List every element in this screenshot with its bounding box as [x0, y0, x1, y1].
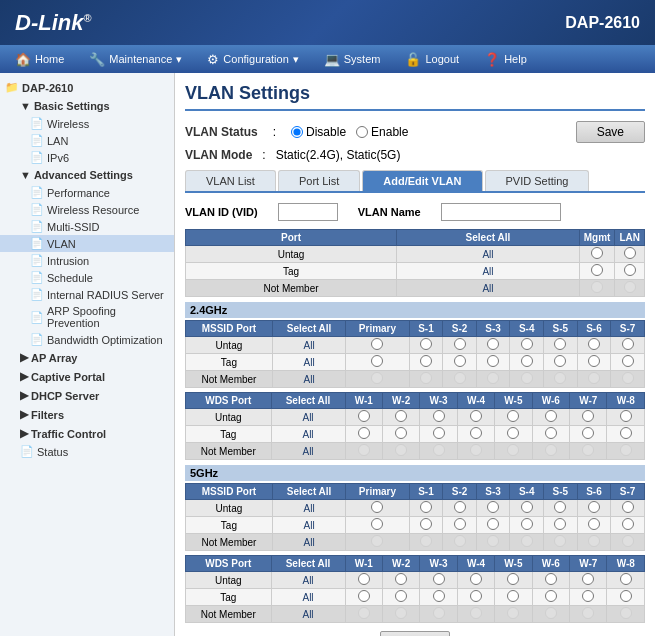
expand-icon-2: ▼ [20, 169, 31, 181]
vlan-status-row: VLAN Status : Disable Enable Save [185, 121, 645, 143]
port-notmember-all[interactable]: All [397, 280, 580, 297]
help-icon: ❓ [484, 52, 500, 67]
tab-vlan-list[interactable]: VLAN List [185, 170, 276, 191]
table-row: Not Member All [186, 371, 645, 388]
sidebar-wr-label: Wireless Resource [47, 204, 139, 216]
vlan-disable-radio[interactable]: Disable [291, 125, 346, 139]
arp-icon: 📄 [30, 311, 44, 324]
wds24-col-w3: W-3 [420, 393, 457, 409]
sidebar-advanced-settings[interactable]: ▼ Advanced Settings [0, 166, 174, 184]
port-notmember-label: Not Member [186, 280, 397, 297]
wds24-col-w7: W-7 [570, 393, 607, 409]
tab-pvid-setting[interactable]: PVID Setting [485, 170, 590, 191]
sidebar-traffic-control[interactable]: ▶ Traffic Control [0, 424, 174, 443]
sidebar-root[interactable]: 📁 DAP-2610 [0, 78, 174, 97]
mssid5-col-s1: S-1 [409, 484, 443, 500]
table-row: Untag All [186, 246, 645, 263]
vlan-enable-label: Enable [371, 125, 408, 139]
wds5-tag-label: Tag [186, 589, 272, 606]
intrusion-icon: 📄 [30, 254, 44, 267]
port-tag-lan[interactable] [615, 263, 645, 280]
vlan-id-input[interactable] [278, 203, 338, 221]
save-button-top[interactable]: Save [576, 121, 645, 143]
navbar: 🏠 Home 🔧 Maintenance ▾ ⚙ Configuration ▾… [0, 45, 655, 73]
port-col-lan: LAN [615, 230, 645, 246]
port-notmember-mgmt[interactable] [579, 280, 615, 297]
wds5-col-w4: W-4 [457, 556, 494, 572]
port-tag-all[interactable]: All [397, 263, 580, 280]
sidebar-dhcp-server[interactable]: ▶ DHCP Server [0, 386, 174, 405]
wds24-col-w4: W-4 [457, 393, 494, 409]
sidebar-item-lan[interactable]: 📄 LAN [0, 132, 174, 149]
table-row: Tag All [186, 589, 645, 606]
sidebar-item-arp[interactable]: 📄 ARP Spoofing Prevention [0, 303, 174, 331]
sidebar-item-performance[interactable]: 📄 Performance [0, 184, 174, 201]
port-notmember-lan[interactable] [615, 280, 645, 297]
nav-home[interactable]: 🏠 Home [5, 49, 74, 70]
mssid24-col-primary: Primary [346, 321, 409, 337]
port-untag-lan[interactable] [615, 246, 645, 263]
vlan-name-input[interactable] [441, 203, 561, 221]
sidebar-perf-label: Performance [47, 187, 110, 199]
vlan-enable-input[interactable] [356, 126, 368, 138]
nav-system[interactable]: 💻 System [314, 49, 391, 70]
sidebar-item-wireless[interactable]: 📄 Wireless [0, 115, 174, 132]
sidebar-item-ipv6[interactable]: 📄 IPv6 [0, 149, 174, 166]
folder-icon: 📁 [5, 81, 19, 94]
sidebar-ap-array[interactable]: ▶ AP Array [0, 348, 174, 367]
sidebar-filters[interactable]: ▶ Filters [0, 405, 174, 424]
save-button-bottom[interactable]: Save [380, 631, 449, 636]
mssid-icon: 📄 [30, 220, 44, 233]
sidebar-item-wireless-resource[interactable]: 📄 Wireless Resource [0, 201, 174, 218]
nav-configuration[interactable]: ⚙ Configuration ▾ [197, 49, 308, 70]
main-layout: 📁 DAP-2610 ▼ Basic Settings 📄 Wireless 📄… [0, 73, 655, 636]
port-untag-all[interactable]: All [397, 246, 580, 263]
wds-24-table: WDS Port Select All W-1 W-2 W-3 W-4 W-5 … [185, 392, 645, 460]
mssid-24-table: MSSID Port Select All Primary S-1 S-2 S-… [185, 320, 645, 388]
sidebar-item-schedule[interactable]: 📄 Schedule [0, 269, 174, 286]
sidebar-radius-label: Internal RADIUS Server [47, 289, 164, 301]
sidebar-item-intrusion[interactable]: 📄 Intrusion [0, 252, 174, 269]
wds5-col-w7: W-7 [570, 556, 607, 572]
sidebar-ipv6-label: IPv6 [47, 152, 69, 164]
tab-port-list[interactable]: Port List [278, 170, 360, 191]
home-icon: 🏠 [15, 52, 31, 67]
nav-maintenance[interactable]: 🔧 Maintenance ▾ [79, 49, 192, 70]
perf-icon: 📄 [30, 186, 44, 199]
mssid24-col-s7: S-7 [611, 321, 645, 337]
sidebar-item-radius[interactable]: 📄 Internal RADIUS Server [0, 286, 174, 303]
mssid5-col-s5: S-5 [544, 484, 578, 500]
wds5-col-w2: W-2 [382, 556, 419, 572]
vlan-disable-input[interactable] [291, 126, 303, 138]
port-table: Port Select All Mgmt LAN Untag All Tag [185, 229, 645, 297]
port-tag-mgmt[interactable] [579, 263, 615, 280]
sidebar-item-multi-ssid[interactable]: 📄 Multi-SSID [0, 218, 174, 235]
sidebar-ap-label: AP Array [31, 352, 77, 364]
mssid24-col-s6: S-6 [577, 321, 611, 337]
wds5-col-w6: W-6 [532, 556, 569, 572]
sidebar-basic-settings[interactable]: ▼ Basic Settings [0, 97, 174, 115]
port-untag-mgmt[interactable] [579, 246, 615, 263]
sidebar-item-status[interactable]: 📄 Status [0, 443, 174, 460]
nav-system-label: System [344, 53, 381, 65]
chevron-down-icon-2: ▾ [293, 53, 299, 66]
mssid-5-section: MSSID Port Select All Primary S-1 S-2 S-… [185, 483, 645, 551]
schedule-icon: 📄 [30, 271, 44, 284]
wds5-untag-label: Untag [186, 572, 272, 589]
nav-logout[interactable]: 🔓 Logout [395, 49, 469, 70]
chevron-down-icon: ▾ [176, 53, 182, 66]
vlan-enable-radio[interactable]: Enable [356, 125, 408, 139]
sidebar-item-vlan[interactable]: 📄 VLAN [0, 235, 174, 252]
sidebar-captive-portal[interactable]: ▶ Captive Portal [0, 367, 174, 386]
tab-add-edit-vlan[interactable]: Add/Edit VLAN [362, 170, 482, 191]
sidebar-arp-label: ARP Spoofing Prevention [47, 305, 169, 329]
lan-page-icon: 📄 [30, 134, 44, 147]
vlan-id-row: VLAN ID (VID) VLAN Name [185, 203, 645, 221]
sidebar-item-bandwidth[interactable]: 📄 Bandwidth Optimization [0, 331, 174, 348]
mssid5-col-s4: S-4 [510, 484, 544, 500]
sidebar-basic-label: Basic Settings [34, 100, 110, 112]
table-row: Untag All [186, 337, 645, 354]
nav-help[interactable]: ❓ Help [474, 49, 537, 70]
wds24-col-w1: W-1 [345, 393, 382, 409]
colon-2: : [262, 148, 265, 162]
